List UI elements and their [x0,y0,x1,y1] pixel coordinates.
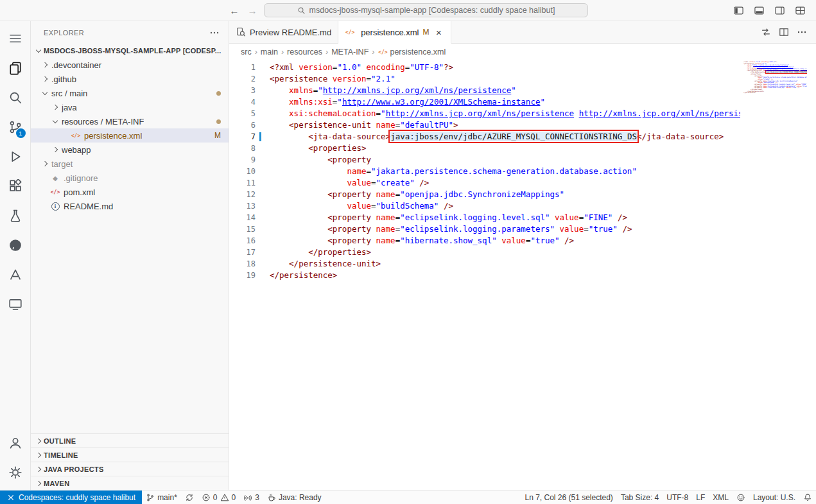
notifications-bell-button[interactable] [799,491,816,504]
breadcrumb-separator-icon: › [369,48,378,56]
code-line[interactable]: 17</properties> [229,247,740,258]
tree-root-folder[interactable]: MSDOCS-JBOSS-MYSQL-SAMPLE-APP [CODESP... [31,44,229,58]
branch-button[interactable]: main* [142,491,181,504]
breadcrumb-label: persistence.xml [390,48,446,56]
menu-button[interactable] [0,24,31,53]
chevron-right-icon [50,144,60,155]
activity-extensions[interactable] [0,171,31,201]
command-center-search[interactable]: msdocs-jboss-mysql-sample-app [Codespace… [264,3,588,17]
ports-button[interactable]: 3 [239,491,263,504]
activity-github[interactable] [0,230,31,260]
tree-file-readme-md[interactable]: README.md [31,199,229,213]
explorer-more-actions-button[interactable] [209,28,220,38]
breadcrumb-separator-icon: › [322,48,331,56]
breadcrumb-item-main[interactable]: main [261,48,278,56]
highlighted-connection-string[interactable]: java:jboss/env/jdbc/AZURE_MYSQL_CONNECTI… [390,132,637,141]
tree-folder-github[interactable]: .github [31,72,229,86]
java-status-button[interactable]: Java: Ready [263,491,326,504]
activity-testing[interactable] [0,201,31,230]
code-line[interactable]: 6<persistence-unit name="defaultPU"> [229,119,740,131]
code-line[interactable]: 8<properties> [229,143,740,154]
tree-folder-target[interactable]: target [31,157,229,171]
tree-folder-devcontainer[interactable]: .devcontainer [31,58,229,72]
code-line[interactable]: 9<property [229,154,740,166]
git-modified-gutter-icon [256,131,270,143]
eol-button[interactable]: LF [692,491,709,504]
remote-explorer-icon [8,297,22,311]
tab-persistence-xml[interactable]: persistence.xml M [338,21,451,44]
code-line[interactable]: 5xsi:schemaLocation="http://xmlns.jcp.or… [229,108,740,119]
sync-button[interactable] [181,491,198,504]
code-line[interactable]: 19</persistence> [229,270,740,281]
code-line[interactable]: 16<property name="hibernate.show_sql" va… [229,235,740,247]
line-number: 4 [229,96,256,108]
sidebar-section-outline[interactable]: OUTLINE [31,433,229,448]
language-mode-button[interactable]: XML [709,491,733,504]
keyboard-layout-button[interactable]: Layout: U.S. [749,491,799,504]
minimap[interactable]: <?xml version="1.0" encoding="UTF-8"?><p… [740,60,807,490]
activity-explorer[interactable] [0,53,31,83]
code-line[interactable]: 11value="create" /> [229,177,740,189]
account-button[interactable] [0,428,31,458]
sidebar-section-maven[interactable]: MAVEN [31,476,229,490]
breadcrumb-item-resources[interactable]: resources [287,48,322,56]
activity-remote-explorer[interactable] [0,290,31,319]
tree-folder-webapp[interactable]: webapp [31,143,229,157]
toggle-panel-button[interactable] [754,5,765,16]
feedback-button[interactable] [733,491,749,504]
activity-azure[interactable] [0,260,31,290]
toggle-primary-sidebar-button[interactable] [733,5,744,16]
code-line[interactable]: 10name="jakarta.persistence.schema-gener… [229,166,740,177]
indent-space [40,201,50,211]
close-tab-icon[interactable] [433,27,444,38]
tree-file-pom-xml[interactable]: pom.xml [31,185,229,199]
activity-source-control[interactable]: 1 [0,112,31,142]
encoding-button[interactable]: UTF-8 [663,491,692,504]
activity-search[interactable] [0,83,31,112]
tree-file-persistence-xml[interactable]: persistence.xmlM [31,128,229,143]
code-line[interactable]: 12<property name="openjpa.jdbc.Synchroni… [229,189,740,200]
chevron-down-icon [50,116,60,126]
tree-folder-src-main[interactable]: src / main [31,86,229,100]
chevron-down-icon [33,46,44,56]
tab-preview-readme[interactable]: Preview README.md [229,21,338,43]
sidebar-section-timeline[interactable]: TIMELINE [31,448,229,462]
editor-more-actions-button[interactable] [797,27,807,37]
tab-size-button[interactable]: Tab Size: 4 [617,491,663,504]
split-editor-button[interactable] [779,27,789,37]
tree-folder-java[interactable]: java [31,100,229,114]
code-editor[interactable]: 1<?xml version="1.0" encoding="UTF-8"?>2… [229,60,740,490]
code-line[interactable]: 18</persistence-unit> [229,258,740,270]
breadcrumb-item-meta-inf[interactable]: META-INF [331,48,369,56]
code-line[interactable]: 14<property name="eclipselink.logging.le… [229,212,740,223]
nav-forward-button[interactable] [246,5,259,16]
code-line[interactable]: 15<property name="eclipselink.logging.pa… [229,223,740,235]
settings-button[interactable] [0,458,31,487]
tree-item-label: target [51,159,73,169]
code-line[interactable]: 7<jta-data-source>java:jboss/env/jdbc/AZ… [229,131,740,143]
breadcrumb-item-persistence-xml[interactable]: persistence.xml [378,47,446,57]
sync-icon [185,493,194,502]
code-line[interactable]: 13value="buildSchema" /> [229,200,740,212]
sidebar-section-java-projects[interactable]: JAVA PROJECTS [31,462,229,476]
gutter [256,85,270,96]
problems-button[interactable]: 0 0 [198,491,239,504]
code-line[interactable]: 2<persistence version="2.1" [229,73,740,85]
code-line[interactable]: 1<?xml version="1.0" encoding="UTF-8"?> [229,62,740,73]
customize-layout-button[interactable] [795,5,806,16]
nav-back-button[interactable] [228,5,241,16]
tree-folder-resources-meta-inf[interactable]: resources / META-INF [31,114,229,128]
overview-ruler[interactable] [807,60,816,490]
chevron-right-icon [40,159,50,169]
broadcast-icon [243,493,252,502]
activity-run-debug[interactable] [0,142,31,171]
remote-indicator-button[interactable]: Codespaces: cuddly space halibut [0,491,142,504]
breadcrumb-item-src[interactable]: src [241,48,252,56]
cursor-position-button[interactable]: Ln 7, Col 26 (51 selected) [521,491,616,504]
open-changes-button[interactable] [761,27,771,37]
tree-file-gitignore[interactable]: .gitignore [31,171,229,185]
code-line[interactable]: 4xmlns:xsi="http://www.w3.org/2001/XMLSc… [229,96,740,108]
toggle-secondary-sidebar-button[interactable] [774,5,785,16]
xml-file-icon [71,130,81,141]
code-line[interactable]: 3xmlns="http://xmlns.jcp.org/xml/ns/pers… [229,85,740,96]
